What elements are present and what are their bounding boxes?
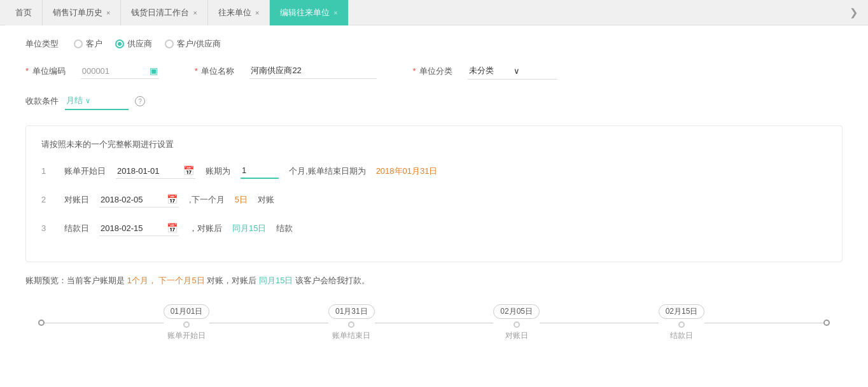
timeline-label-1: 账单开始日 — [167, 330, 206, 341]
step3-day-highlight: 同月15日 — [232, 223, 266, 234]
timeline-dot-2 — [348, 321, 354, 328]
period-input[interactable] — [241, 163, 279, 179]
unit-code-label: * 单位编码 — [25, 66, 66, 77]
step2-row: 2 对账日 📅 ,下一个月 5日 对账 — [41, 192, 827, 208]
category-dropdown-arrow: ∨ — [514, 66, 556, 76]
radio-customer-supplier-circle — [165, 39, 174, 48]
step3-date-wrap: 📅 — [99, 220, 179, 236]
timeline-item-3: 02月05日 对账日 — [493, 304, 540, 341]
close-unit-list[interactable]: × — [255, 9, 259, 17]
settings-box: 请按照未来的一个完整帐期进行设置 1 账单开始日 📅 账期为 个月,账单结束日期… — [25, 125, 843, 262]
preview-mid: 对账，对账后 — [207, 276, 259, 285]
preview-part2: 下一个月5日 — [158, 276, 204, 285]
unit-type-radio-group: 客户 供应商 客户/供应商 — [74, 38, 221, 50]
tab-unit-list[interactable]: 往来单位 × — [208, 0, 270, 25]
timeline-dot-4 — [678, 321, 685, 328]
step1-date-input[interactable] — [117, 166, 181, 176]
unit-code-input[interactable] — [82, 66, 146, 76]
timeline-line-3 — [375, 323, 494, 323]
tab-bar: 首页 销售订单历史 × 钱货日清工作台 × 往来单位 × 编辑往来单位 × ❯ — [0, 0, 868, 25]
step2-num: 2 — [41, 195, 54, 204]
timeline-line-4 — [540, 323, 659, 323]
tab-home[interactable]: 首页 — [5, 0, 43, 25]
unit-name-input[interactable] — [249, 64, 377, 79]
timeline-bubble-1: 01月01日 — [164, 304, 210, 319]
unit-type-label: 单位类型 — [25, 38, 59, 50]
step1-suffix-after: 个月,账单结束日期为 — [289, 165, 366, 177]
radio-customer-supplier[interactable]: 客户/供应商 — [165, 38, 221, 50]
step1-date-wrap: 📅 — [116, 163, 195, 179]
payment-condition-dropdown[interactable]: 月结 ∨ — [65, 92, 129, 110]
timeline-line-2 — [209, 323, 328, 323]
main-content: 单位类型 客户 供应商 客户/供应商 * 单位编码 ▣ * — [0, 25, 868, 387]
step3-num: 3 — [41, 223, 54, 233]
step1-suffix-before: 账期为 — [206, 165, 230, 177]
radio-supplier-circle — [115, 39, 124, 48]
step2-prefix: ,下一个月 — [189, 194, 225, 206]
tab-sales-history[interactable]: 销售订单历史 × — [43, 0, 121, 25]
timeline-bubble-4: 02月15日 — [659, 304, 705, 319]
payment-condition-row: 收款条件 月结 ∨ ? — [25, 92, 843, 110]
step2-tail: 对账 — [258, 194, 274, 206]
tab-cash-work[interactable]: 钱货日清工作台 × — [121, 0, 207, 25]
step3-calendar-icon[interactable]: 📅 — [167, 223, 178, 233]
timeline-dot-3 — [514, 321, 520, 328]
preview-part1: 1个月， — [127, 276, 157, 285]
radio-supplier[interactable]: 供应商 — [115, 38, 152, 50]
step2-label: 对账日 — [64, 194, 89, 206]
preview-part3: 同月15日 — [259, 276, 293, 285]
expand-icon[interactable]: ❯ — [850, 6, 858, 18]
step1-end-date: 2018年01月31日 — [376, 165, 438, 177]
payment-dropdown-arrow: ∨ — [85, 97, 90, 105]
step3-date-input[interactable] — [101, 223, 164, 233]
radio-customer[interactable]: 客户 — [74, 38, 102, 50]
preview-end: 该客户会给我打款。 — [295, 276, 370, 285]
timeline-label-2: 账单结束日 — [332, 330, 370, 341]
end-dot — [823, 320, 830, 326]
radio-customer-circle — [74, 39, 83, 48]
timeline: 01月01日 账单开始日 01月31日 账单结束日 02月05日 对账日 02月… — [25, 304, 843, 341]
preview-text: 账期预览：当前客户账期是 1个月， 下一个月5日 对账，对账后 同月15日 该客… — [25, 272, 843, 289]
unit-name-label: * 单位名称 — [195, 66, 235, 77]
timeline-dot-1 — [183, 321, 190, 328]
timeline-item-4: 02月15日 结款日 — [659, 304, 705, 341]
tab-bar-right: ❯ — [850, 6, 863, 18]
step1-calendar-icon[interactable]: 📅 — [183, 165, 194, 176]
timeline-item-1: 01月01日 账单开始日 — [164, 304, 210, 341]
step2-date-input[interactable] — [101, 195, 164, 204]
step2-day-highlight: 5日 — [235, 194, 248, 206]
step2-date-wrap: 📅 — [99, 192, 179, 208]
timeline-item-2: 01月31日 账单结束日 — [328, 304, 375, 341]
unit-category-dropdown[interactable]: 未分类 ∨ — [468, 62, 557, 80]
step3-prefix: ，对账后 — [189, 223, 222, 234]
copy-icon[interactable]: ▣ — [150, 66, 158, 76]
step1-row: 1 账单开始日 📅 账期为 个月,账单结束日期为 2018年01月31日 — [41, 163, 827, 179]
timeline-line-5 — [704, 323, 823, 323]
timeline-start-dot — [38, 320, 45, 326]
help-icon[interactable]: ? — [135, 96, 145, 106]
step3-tail: 结款 — [276, 223, 293, 234]
step3-row: 3 结款日 📅 ，对账后 同月15日 结款 — [41, 220, 827, 236]
unit-type-row: 单位类型 客户 供应商 客户/供应商 — [25, 38, 843, 50]
timeline-bubble-3: 02月05日 — [493, 304, 540, 319]
close-cash-work[interactable]: × — [193, 9, 197, 17]
step2-calendar-icon[interactable]: 📅 — [167, 194, 178, 204]
timeline-bubble-2: 01月31日 — [328, 304, 375, 319]
unit-code-field: ▣ — [81, 63, 159, 79]
step1-num: 1 — [41, 166, 54, 176]
close-edit-unit[interactable]: × — [333, 9, 337, 17]
step1-label: 账单开始日 — [64, 165, 106, 177]
step3-label: 结款日 — [64, 223, 89, 234]
timeline-label-4: 结款日 — [670, 330, 693, 341]
start-dot — [38, 320, 45, 326]
payment-label: 收款条件 — [25, 95, 59, 107]
timeline-line-1 — [45, 323, 164, 323]
tab-edit-unit[interactable]: 编辑往来单位 × — [270, 0, 348, 25]
timeline-end-dot — [823, 320, 830, 326]
unit-category-label: * 单位分类 — [412, 66, 452, 77]
preview-label: 账期预览：当前客户账期是 — [25, 276, 125, 285]
settings-hint: 请按照未来的一个完整帐期进行设置 — [41, 139, 827, 150]
close-sales-history[interactable]: × — [106, 9, 110, 17]
unit-info-row: * 单位编码 ▣ * 单位名称 * 单位分类 未分类 ∨ — [25, 62, 843, 80]
timeline-label-3: 对账日 — [505, 330, 528, 341]
